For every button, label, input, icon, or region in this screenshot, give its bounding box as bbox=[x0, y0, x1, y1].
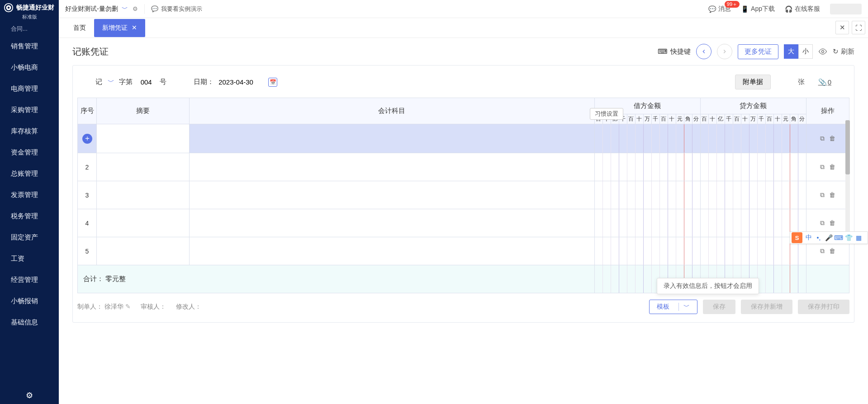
voucher-date-input[interactable] bbox=[218, 78, 264, 86]
template-button[interactable]: 模板 ﹀ bbox=[649, 300, 697, 314]
seq-cell: 4 bbox=[78, 209, 97, 237]
ime-mode[interactable]: 中 bbox=[804, 234, 814, 242]
shortcut-button[interactable]: ⌨ 快捷键 bbox=[658, 47, 691, 56]
tab-home[interactable]: 首页 bbox=[65, 19, 94, 37]
modifier: 修改人： bbox=[176, 303, 201, 311]
attach-document-button[interactable]: 附单据 bbox=[735, 75, 771, 89]
chevron-down-icon[interactable]: ﹀ bbox=[678, 303, 690, 311]
table-row: 2⧉🗑 bbox=[78, 153, 849, 181]
refresh-button[interactable]: ↻ 刷新 bbox=[833, 47, 854, 56]
delete-row-icon[interactable]: 🗑 bbox=[829, 247, 835, 255]
ime-skin-icon[interactable]: 👕 bbox=[844, 234, 854, 241]
attachment-count[interactable]: 📎 0 bbox=[818, 78, 831, 86]
sidebar-item-purchase[interactable]: 采购管理 bbox=[0, 99, 59, 121]
subject-cell[interactable] bbox=[190, 237, 595, 265]
sidebar-item-salary[interactable]: 工资 bbox=[0, 248, 59, 269]
amount-cell[interactable] bbox=[700, 181, 806, 209]
app-download-button[interactable]: 📱 App下载 bbox=[741, 5, 775, 13]
tab-new-voucher[interactable]: 新增凭证 ✕ bbox=[94, 19, 145, 37]
summary-cell[interactable] bbox=[97, 181, 190, 209]
more-vouchers-button[interactable]: 更多凭证 bbox=[738, 44, 778, 59]
ime-menu-icon[interactable]: ▦ bbox=[854, 234, 863, 241]
amount-cell[interactable] bbox=[594, 237, 700, 265]
svg-point-1 bbox=[8, 7, 10, 9]
service-label: 在线客服 bbox=[795, 5, 820, 13]
sidebar-item-assets[interactable]: 固定资产 bbox=[0, 227, 59, 248]
amount-cell[interactable] bbox=[594, 124, 700, 153]
copy-row-icon[interactable]: ⧉ bbox=[820, 135, 825, 142]
copy-row-icon[interactable]: ⧉ bbox=[820, 191, 825, 199]
prev-voucher-button[interactable] bbox=[696, 44, 711, 59]
close-icon[interactable]: ✕ bbox=[132, 24, 137, 31]
copy-row-icon[interactable]: ⧉ bbox=[820, 219, 825, 227]
size-large-button[interactable]: 大 bbox=[784, 44, 798, 59]
sidebar-item-xiaochang-ec[interactable]: 小畅电商 bbox=[0, 57, 59, 78]
summary-cell[interactable] bbox=[97, 153, 190, 181]
sidebar-item-operation[interactable]: 经营管理 bbox=[0, 269, 59, 291]
service-button[interactable]: 🎧 在线客服 bbox=[785, 5, 820, 13]
preview-button[interactable] bbox=[818, 47, 827, 56]
org-selector[interactable]: 好业财测试-量勿删 ﹀ bbox=[65, 5, 128, 13]
ime-keyboard-icon[interactable]: ⌨ bbox=[834, 234, 844, 241]
amount-cell[interactable] bbox=[594, 181, 700, 209]
fullscreen-button[interactable]: ⛶ bbox=[852, 21, 865, 34]
ime-mic-icon[interactable]: 🎤 bbox=[824, 234, 834, 241]
size-small-button[interactable]: 小 bbox=[798, 44, 813, 59]
calendar-icon[interactable]: 📅 bbox=[268, 78, 277, 87]
summary-cell[interactable] bbox=[97, 209, 190, 237]
chevron-down-icon: ﹀ bbox=[108, 78, 114, 85]
sidebar-item-basic[interactable]: 基础信息 bbox=[0, 312, 59, 333]
voucher-type[interactable]: 记 ﹀ bbox=[95, 78, 114, 86]
scroll-thumb[interactable] bbox=[845, 120, 850, 174]
sidebar-item-ledger[interactable]: 总账管理 bbox=[0, 163, 59, 184]
copy-row-icon[interactable]: ⧉ bbox=[820, 163, 825, 171]
ime-toolbar[interactable]: S 中 •, 🎤 ⌨ 👕 ▦ bbox=[790, 231, 868, 244]
subject-cell[interactable] bbox=[190, 153, 595, 181]
ime-logo-icon: S bbox=[792, 232, 802, 243]
subject-cell[interactable] bbox=[190, 209, 595, 237]
voucher-table-wrap: 序号 摘要 会计科目 借方金额 贷方金额 操作 百十亿千百十万千百十元角分 百十… bbox=[77, 98, 849, 293]
amount-cell[interactable] bbox=[594, 209, 700, 237]
sidebar-item-tax[interactable]: 税务管理 bbox=[0, 206, 59, 227]
sidebar-item-sales[interactable]: 销售管理 bbox=[0, 36, 59, 57]
sidebar-item-invoice[interactable]: 发票管理 bbox=[0, 184, 59, 206]
topbar: 好业财测试-量勿删 ﹀ ⚙ 💬 我要看实例演示 💬 消息 99＋ 📱 App下载 bbox=[59, 0, 868, 18]
sidebar-items: 合同... 销售管理 小畅电商 电商管理 采购管理 库存核算 资金管理 总账管理… bbox=[0, 23, 59, 387]
delete-row-icon[interactable]: 🗑 bbox=[829, 163, 835, 171]
add-row-button[interactable]: ＋ bbox=[82, 134, 92, 144]
sidebar-item-inventory[interactable]: 库存核算 bbox=[0, 121, 59, 142]
table-scrollbar[interactable] bbox=[845, 120, 850, 238]
summary-cell[interactable] bbox=[97, 124, 190, 153]
subject-cell[interactable] bbox=[190, 124, 595, 153]
sidebar-item-funds[interactable]: 资金管理 bbox=[0, 142, 59, 163]
ime-punct-icon[interactable]: •, bbox=[814, 234, 824, 241]
delete-row-icon[interactable]: 🗑 bbox=[829, 135, 835, 142]
summary-input[interactable] bbox=[98, 125, 188, 150]
summary-cell[interactable] bbox=[97, 237, 190, 265]
amount-cell[interactable] bbox=[700, 153, 806, 181]
avatar[interactable] bbox=[830, 4, 862, 14]
sidebar-item-ecommerce[interactable]: 电商管理 bbox=[0, 78, 59, 99]
settings-icon[interactable]: ⚙ bbox=[133, 5, 138, 12]
tab-close-button[interactable]: ✕ bbox=[835, 21, 849, 34]
messages-button[interactable]: 💬 消息 99＋ bbox=[708, 5, 731, 13]
voucher-number-input[interactable] bbox=[137, 78, 155, 86]
amount-cell[interactable] bbox=[700, 124, 806, 153]
copy-row-icon[interactable]: ⧉ bbox=[820, 247, 825, 255]
save-print-button: 保存并打印 bbox=[798, 300, 849, 314]
demo-link[interactable]: 💬 我要看实例演示 bbox=[151, 5, 202, 13]
delete-row-icon[interactable]: 🗑 bbox=[829, 191, 835, 199]
amount-cell[interactable] bbox=[594, 153, 700, 181]
sidebar-item-reimburse[interactable]: 小畅报销 bbox=[0, 291, 59, 312]
edit-icon[interactable]: ✎ bbox=[125, 303, 131, 310]
voucher-footer: 制单人： 徐泽华 ✎ 审核人： 修改人： 录入有效信息后，按钮才会启用 模板 bbox=[73, 293, 854, 314]
total-cell: 合计： 零元整 bbox=[78, 265, 595, 293]
sidebar-settings-icon[interactable]: ⚙ bbox=[0, 387, 59, 404]
delete-row-icon[interactable]: 🗑 bbox=[829, 219, 835, 227]
subject-cell[interactable] bbox=[190, 181, 595, 209]
sidebar-item-truncated[interactable]: 合同... bbox=[0, 23, 59, 36]
maker-label: 制单人： bbox=[77, 303, 103, 310]
svg-point-2 bbox=[822, 51, 824, 53]
row-seq: 3 bbox=[85, 192, 89, 199]
habit-settings-button[interactable]: 习惯设置 bbox=[590, 108, 623, 120]
